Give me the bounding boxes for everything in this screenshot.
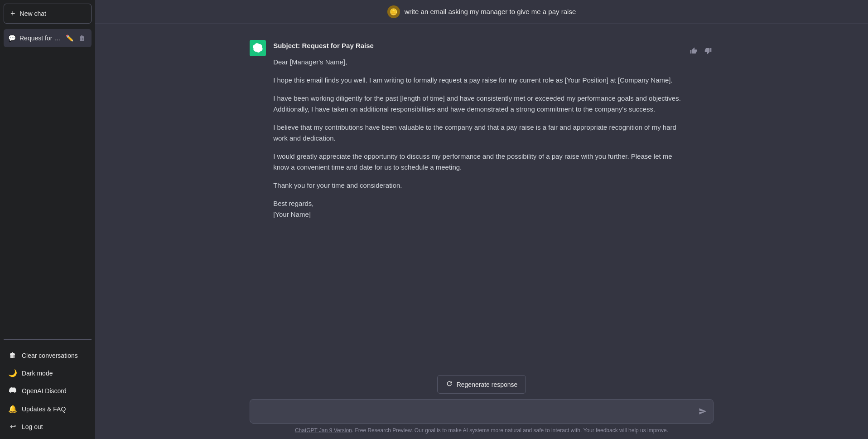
- dark-mode-label: Dark mode: [22, 370, 53, 377]
- chat-input-wrapper: [250, 399, 714, 424]
- input-area: Regenerate response ChatGPT Jan 9 Versio…: [95, 370, 868, 439]
- message-para-4: I would greatly appreciate the opportuni…: [273, 151, 688, 173]
- discord-icon: [8, 386, 17, 395]
- message-para-3: I believe that my contributions have bee…: [273, 122, 688, 144]
- new-chat-button[interactable]: + New chat: [4, 4, 92, 24]
- moon-icon: 🌙: [8, 369, 17, 377]
- gpt-avatar: [250, 40, 266, 56]
- sidebar-divider: [4, 339, 92, 340]
- clear-icon: 🗑: [8, 351, 17, 360]
- message-para-5: Thank you for your time and consideratio…: [273, 180, 688, 191]
- clear-conversations-label: Clear conversations: [22, 352, 78, 359]
- message-para-0: Dear [Manager's Name],: [273, 57, 688, 68]
- chat-area: Subject: Request for Pay Raise Dear [Man…: [95, 24, 868, 370]
- sidebar-item-dark-mode[interactable]: 🌙 Dark mode: [4, 364, 92, 382]
- plus-icon: +: [10, 10, 15, 18]
- regenerate-row: Regenerate response: [250, 375, 714, 394]
- bell-icon: 🔔: [8, 405, 17, 413]
- user-avatar-emoji: 🪙: [390, 8, 397, 15]
- conv-left: 💬 Request for Pay Raise: [8, 34, 64, 42]
- thumbs-up-button[interactable]: [688, 45, 699, 58]
- sidebar-item-openai-discord[interactable]: OpenAI Discord: [4, 382, 92, 400]
- conversation-icon: 💬: [8, 34, 16, 42]
- message-para-2: I have been working diligently for the p…: [273, 93, 688, 115]
- user-avatar: 🪙: [387, 5, 400, 18]
- new-chat-label: New chat: [20, 10, 46, 17]
- main-content: 🪙 write an email asking my manager to gi…: [95, 0, 868, 439]
- log-out-label: Log out: [22, 423, 43, 430]
- conversation-title: Request for Pay Raise: [19, 34, 64, 42]
- main-header: 🪙 write an email asking my manager to gi…: [95, 0, 868, 24]
- sidebar: + New chat 💬 Request for Pay Raise ✏️ 🗑 …: [0, 0, 95, 439]
- message-actions: [688, 45, 714, 58]
- sidebar-item-log-out[interactable]: ↩ Log out: [4, 418, 92, 435]
- gpt-message-content: Subject: Request for Pay Raise Dear [Man…: [273, 40, 714, 220]
- delete-conversation-button[interactable]: 🗑: [77, 34, 87, 43]
- footer-description: . Free Research Preview. Our goal is to …: [352, 427, 668, 434]
- sidebar-item-updates-faq[interactable]: 🔔 Updates & FAQ: [4, 400, 92, 418]
- regenerate-icon: [446, 380, 453, 389]
- edit-conversation-button[interactable]: ✏️: [64, 34, 75, 43]
- sidebar-item-clear-conversations[interactable]: 🗑 Clear conversations: [4, 347, 92, 364]
- message-para-1: I hope this email finds you well. I am w…: [273, 75, 688, 86]
- updates-faq-label: Updates & FAQ: [22, 405, 66, 413]
- regenerate-label: Regenerate response: [457, 381, 518, 388]
- footer-link[interactable]: ChatGPT Jan 9 Version: [295, 427, 352, 434]
- message-para-6: Best regards, [Your Name]: [273, 198, 688, 220]
- regenerate-button[interactable]: Regenerate response: [437, 375, 526, 394]
- send-button[interactable]: [697, 405, 709, 417]
- openai-discord-label: OpenAI Discord: [22, 387, 67, 395]
- footer-text: ChatGPT Jan 9 Version. Free Research Pre…: [250, 427, 714, 434]
- logout-icon: ↩: [8, 422, 17, 431]
- conversation-list: 💬 Request for Pay Raise ✏️ 🗑: [0, 27, 95, 336]
- thumbs-down-button[interactable]: [703, 45, 714, 58]
- conversation-actions: ✏️ 🗑: [64, 34, 87, 43]
- message-subject: Subject: Request for Pay Raise: [273, 42, 688, 49]
- sidebar-bottom: 🗑 Clear conversations 🌙 Dark mode OpenAI…: [0, 343, 95, 439]
- chat-input[interactable]: [250, 400, 713, 423]
- conversation-item[interactable]: 💬 Request for Pay Raise ✏️ 🗑: [4, 29, 92, 47]
- header-title: write an email asking my manager to give…: [405, 8, 576, 15]
- gpt-message-row: Subject: Request for Pay Raise Dear [Man…: [95, 33, 868, 227]
